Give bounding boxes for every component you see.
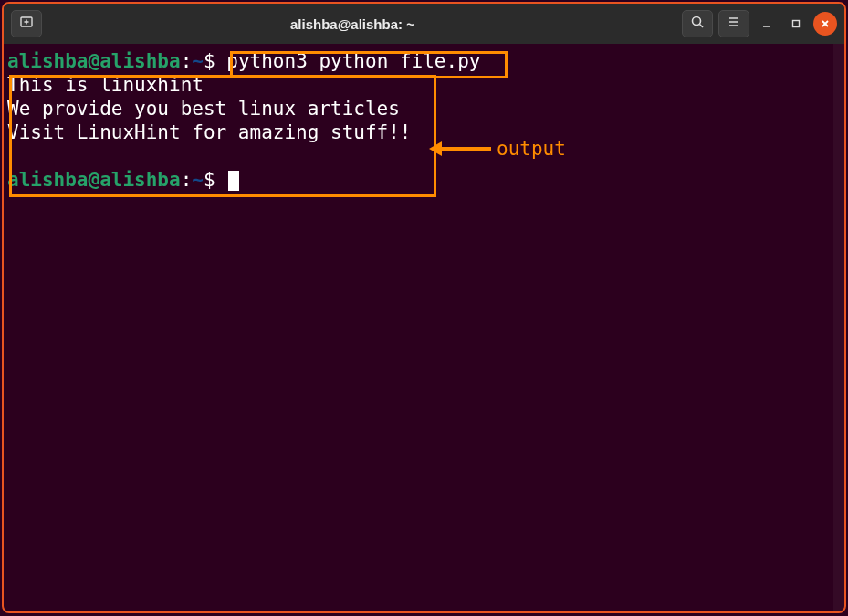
user-host: alishba@alishba — [7, 169, 181, 191]
user-host: alishba@alishba — [7, 50, 181, 72]
maximize-button[interactable] — [784, 12, 808, 36]
titlebar: alishba@alishba: ~ — [4, 4, 844, 44]
terminal-window: alishba@alishba: ~ — [2, 2, 846, 613]
menu-button[interactable] — [718, 10, 749, 37]
terminal-body[interactable]: alishba@alishba:~$ python3 python file.p… — [4, 44, 844, 611]
search-button[interactable] — [682, 10, 713, 37]
window-title: alishba@alishba: ~ — [290, 16, 414, 32]
prompt-line-1: alishba@alishba:~$ python3 python file.p… — [7, 49, 841, 73]
svg-point-3 — [693, 17, 701, 26]
prompt-line-2: alishba@alishba:~$ — [7, 168, 841, 192]
minimize-icon — [761, 16, 772, 33]
close-icon — [820, 16, 831, 33]
path: ~ — [192, 169, 204, 191]
new-tab-icon — [19, 15, 34, 33]
hamburger-icon — [727, 15, 741, 33]
output-line: This is linuxhint — [7, 73, 841, 97]
maximize-icon — [790, 16, 801, 33]
search-icon — [690, 15, 705, 33]
cursor — [228, 171, 239, 191]
close-button[interactable] — [813, 12, 837, 36]
minimize-button[interactable] — [755, 12, 779, 36]
svg-rect-9 — [793, 20, 800, 26]
svg-line-4 — [700, 25, 704, 28]
path: ~ — [192, 50, 204, 72]
output-line: Visit LinuxHint for amazing stuff!! — [7, 120, 841, 144]
scrollbar[interactable] — [833, 44, 844, 611]
output-line: We provide you best linux articles — [7, 97, 841, 120]
command-text: python3 python file.py — [226, 50, 480, 72]
new-tab-button[interactable] — [11, 10, 42, 37]
